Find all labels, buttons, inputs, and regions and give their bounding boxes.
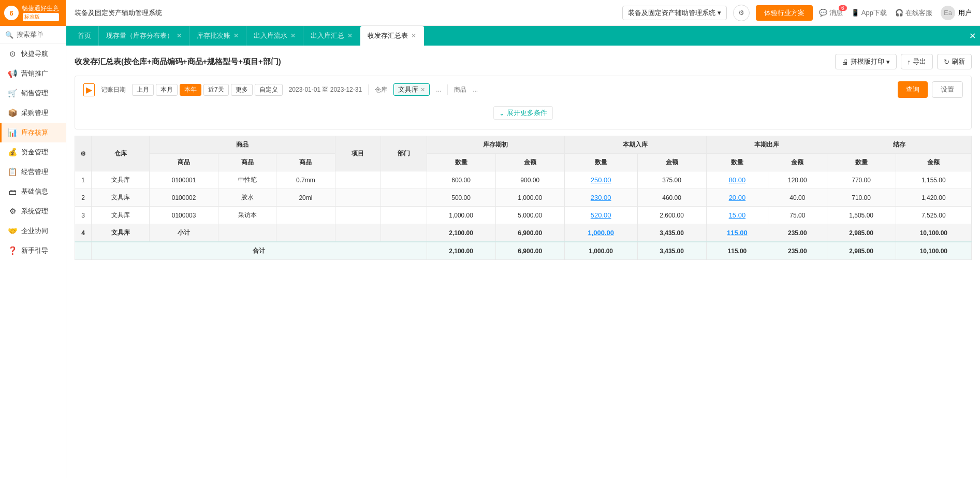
settings-button[interactable]: 设置 xyxy=(932,81,963,98)
sidebar-logo: 6 畅捷通好生意 标准版 xyxy=(0,0,66,26)
sidebar-item-finance[interactable]: 💰 资金管理 xyxy=(0,142,66,162)
close-all-tabs-button[interactable]: ✕ xyxy=(969,31,976,41)
sidebar-item-operation[interactable]: 📋 经营管理 xyxy=(0,162,66,182)
row1-out-amt: 120.00 xyxy=(768,171,827,189)
filter-collapse-button[interactable]: ▶ xyxy=(83,83,95,96)
trial-button[interactable]: 体验行业方案 xyxy=(756,5,813,21)
sidebar-item-system[interactable]: ⚙ 系统管理 xyxy=(0,201,66,221)
message-button[interactable]: 💬 消息 6 xyxy=(819,8,843,18)
row2-project xyxy=(335,189,381,207)
th-settings[interactable]: ⚙ xyxy=(75,136,92,171)
date-btn-7days[interactable]: 近7天 xyxy=(203,84,229,96)
tab-flow-close[interactable]: ✕ xyxy=(290,32,296,39)
tab-recv-send-close[interactable]: ✕ xyxy=(411,32,416,39)
data-table-container: ⚙ 仓库 商品 项目 部门 库存期初 本期入库 本期出库 结存 商品 xyxy=(75,136,972,260)
sidebar-item-purchase[interactable]: 📦 采购管理 xyxy=(0,103,66,123)
user-menu[interactable]: Ea 用户 xyxy=(941,6,972,20)
expand-conditions-button[interactable]: ⌄ 展开更多条件 xyxy=(493,106,553,120)
row3-out-qty[interactable]: 15.00 xyxy=(706,207,768,224)
th-out-group: 本期出库 xyxy=(706,136,827,154)
sidebar-item-quick-nav[interactable]: ⊙ 快捷导航 xyxy=(0,44,66,64)
tab-inventory-dist[interactable]: 现存量（库存分布表） ✕ xyxy=(99,26,189,46)
inventory-label: 库存核算 xyxy=(21,128,48,137)
row2-in-qty[interactable]: 230.00 xyxy=(564,189,637,207)
subtotal-in-qty[interactable]: 1,000.00 xyxy=(564,224,637,242)
sidebar-nav: ⊙ 快捷导航 📢 营销推广 🛒 销售管理 📦 采购管理 📊 库存核算 💰 资金管… xyxy=(0,44,66,478)
online-service-button[interactable]: 🎧 在线客服 xyxy=(895,8,932,18)
export-button[interactable]: ↑ 导出 xyxy=(901,54,933,69)
tab-home[interactable]: 首页 xyxy=(70,26,99,46)
row3-in-qty[interactable]: 520.00 xyxy=(564,207,637,224)
search-menu[interactable]: 🔍 搜索菜单 xyxy=(0,26,66,44)
topbar-settings-button[interactable]: ⚙ xyxy=(733,5,750,21)
row3-out-amt: 75.00 xyxy=(768,207,827,224)
query-button[interactable]: 查询 xyxy=(898,81,928,98)
row1-name: 中性笔 xyxy=(218,171,276,189)
export-label: 导出 xyxy=(913,57,926,66)
main-area: 装备及固定资产辅助管理系统 装备及固定资产辅助管理系统 ▾ ⚙ 体验行业方案 💬… xyxy=(66,0,980,478)
row3-in-qty-link[interactable]: 520.00 xyxy=(591,211,611,219)
date-btn-more[interactable]: 更多 xyxy=(231,84,253,96)
subtotal-warehouse: 文具库 xyxy=(92,224,150,242)
tab-batch-close[interactable]: ✕ xyxy=(233,32,239,39)
warehouse-more[interactable]: ... xyxy=(436,86,441,93)
row3-out-qty-link[interactable]: 15.00 xyxy=(729,211,746,219)
warehouse-tag[interactable]: 文具库 ✕ xyxy=(393,83,430,96)
table-row: 2 文具库 0100002 胶水 20ml 500.00 1,000.00 23… xyxy=(75,189,972,207)
search-icon: 🔍 xyxy=(5,31,13,39)
sidebar-item-sales[interactable]: 🛒 销售管理 xyxy=(0,83,66,103)
row1-in-qty[interactable]: 250.00 xyxy=(564,171,637,189)
th-product-name: 商品 xyxy=(218,154,276,171)
quick-nav-label: 快捷导航 xyxy=(21,49,48,59)
sales-label: 销售管理 xyxy=(21,89,48,98)
date-btn-last-month[interactable]: 上月 xyxy=(132,84,154,96)
date-btn-this-month[interactable]: 本月 xyxy=(156,84,178,96)
row1-in-qty-link[interactable]: 250.00 xyxy=(591,176,611,184)
subtotal-out-amt: 235.00 xyxy=(768,224,827,242)
row1-spec: 0.7mm xyxy=(276,171,335,189)
guide-icon: ❓ xyxy=(8,246,17,255)
tab-flow[interactable]: 出入库流水 ✕ xyxy=(246,26,303,46)
sidebar-item-inventory[interactable]: 📊 库存核算 xyxy=(0,123,66,142)
print-button[interactable]: 🖨 拼模版打印 ▾ xyxy=(835,54,897,69)
tab-inventory-dist-label: 现存量（库存分布表） xyxy=(106,31,173,40)
row1-out-qty[interactable]: 80.00 xyxy=(706,171,768,189)
date-btn-custom[interactable]: 自定义 xyxy=(255,84,283,96)
total-in-qty: 1,000.00 xyxy=(564,242,637,260)
row2-in-qty-link[interactable]: 230.00 xyxy=(591,194,611,201)
system-dropdown[interactable]: 装备及固定资产辅助管理系统 ▾ xyxy=(622,6,727,20)
th-open-qty: 数量 xyxy=(427,154,495,171)
sidebar-item-basic[interactable]: 🗃 基础信息 xyxy=(0,182,66,201)
tab-batch[interactable]: 库存批次账 ✕ xyxy=(189,26,246,46)
print-dropdown-icon: ▾ xyxy=(886,58,890,66)
filter-divider-1 xyxy=(368,84,369,95)
sidebar-item-guide[interactable]: ❓ 新手引导 xyxy=(0,241,66,260)
row3-no: 3 xyxy=(75,207,92,224)
sidebar-item-enterprise[interactable]: 🤝 企业协同 xyxy=(0,221,66,241)
app-download-button[interactable]: 📱 App下载 xyxy=(851,8,887,18)
printer-icon: 🖨 xyxy=(842,58,849,66)
topbar: 装备及固定资产辅助管理系统 装备及固定资产辅助管理系统 ▾ ⚙ 体验行业方案 💬… xyxy=(66,0,980,26)
product-more[interactable]: ... xyxy=(473,86,478,93)
sidebar-item-marketing[interactable]: 📢 营销推广 xyxy=(0,64,66,83)
subtotal-in-qty-link[interactable]: 1,000.00 xyxy=(588,229,614,237)
subtotal-out-qty[interactable]: 115.00 xyxy=(706,224,768,242)
row1-out-qty-link[interactable]: 80.00 xyxy=(729,176,746,184)
subtotal-col3 xyxy=(218,224,276,242)
filter-action-buttons: 查询 设置 xyxy=(898,81,963,98)
tab-recv-send[interactable]: 收发存汇总表 ✕ xyxy=(360,26,424,46)
tab-summary[interactable]: 出入库汇总 ✕ xyxy=(303,26,360,46)
tab-inventory-dist-close[interactable]: ✕ xyxy=(177,32,182,39)
filter-bar: ▶ 记账日期 上月 本月 本年 近7天 更多 自定义 2023-01-01 至 … xyxy=(75,76,972,129)
subtotal-out-qty-link[interactable]: 115.00 xyxy=(727,229,748,237)
subtotal-no: 4 xyxy=(75,224,92,242)
tab-summary-close[interactable]: ✕ xyxy=(347,32,353,39)
warehouse-tag-close[interactable]: ✕ xyxy=(420,86,425,93)
refresh-button[interactable]: ↻ 刷新 xyxy=(937,54,972,69)
finance-icon: 💰 xyxy=(8,148,17,157)
operation-icon: 📋 xyxy=(8,167,17,177)
date-btn-this-year[interactable]: 本年 xyxy=(180,84,201,96)
expand-icon: ⌄ xyxy=(499,109,505,117)
row2-out-qty[interactable]: 20.00 xyxy=(706,189,768,207)
row2-out-qty-link[interactable]: 20.00 xyxy=(729,194,746,201)
